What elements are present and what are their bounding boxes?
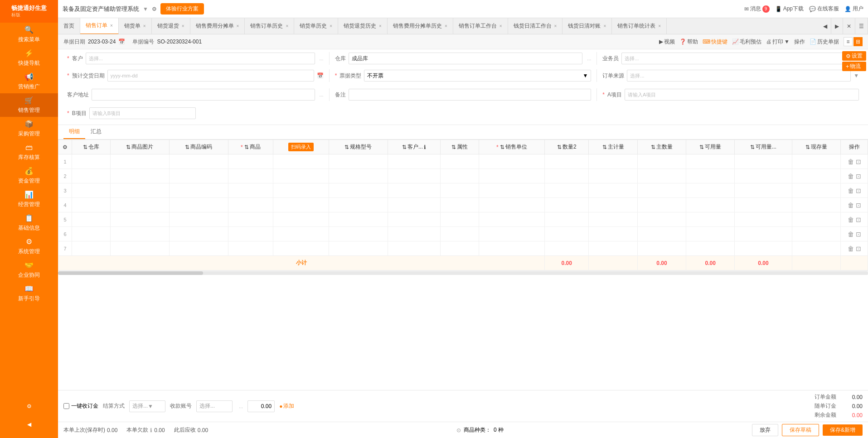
history-btn[interactable]: 📄 历史单据 <box>810 38 839 46</box>
tab-11[interactable]: 钱货日清对账× <box>563 18 612 34</box>
address-more-btn[interactable]: ... <box>320 92 324 97</box>
row-cell-2-8[interactable] <box>441 169 479 183</box>
amount-input[interactable] <box>247 400 275 412</box>
row-cell-2-14[interactable] <box>735 169 792 183</box>
tab-10[interactable]: 钱货日清工作台× <box>508 18 563 34</box>
layout-list-btn[interactable]: ≡ <box>844 37 853 46</box>
row-cell-1-9[interactable] <box>479 154 545 169</box>
th-main-qty[interactable]: ⇅ 主数量 <box>637 140 686 154</box>
sidebar-item-search[interactable]: 🔍搜索菜单 <box>0 23 58 46</box>
row-delete-3[interactable]: 🗑 <box>848 187 854 194</box>
layout-grid-btn[interactable]: ⊞ <box>853 37 863 46</box>
row-cell-4-5[interactable] <box>273 198 329 212</box>
row-delete-1[interactable]: 🗑 <box>848 158 854 165</box>
b-project-input[interactable]: 请输入B项目 <box>89 107 196 119</box>
row-cell-2-12[interactable] <box>637 169 686 183</box>
row-cell-2-3[interactable] <box>169 169 228 183</box>
row-copy-4[interactable]: ⊡ <box>856 202 861 209</box>
th-current-stock[interactable]: ⇅ 现存量 <box>792 140 840 154</box>
order-source-input[interactable]: 选择... <box>627 70 851 82</box>
row-cell-5-15[interactable] <box>792 212 840 227</box>
row-cell-3-14[interactable] <box>735 183 792 198</box>
row-cell-4-7[interactable] <box>388 198 441 212</box>
row-cell-1-11[interactable] <box>589 154 637 169</box>
row-cell-6-1[interactable] <box>72 227 111 241</box>
tab-close-6[interactable]: × <box>330 24 332 29</box>
profit-btn[interactable]: 📈 毛利预估 <box>732 38 761 46</box>
tab-close-5[interactable]: × <box>286 24 288 29</box>
th-available[interactable]: ⇅ 可用量 <box>686 140 735 154</box>
row-cell-1-3[interactable] <box>169 154 228 169</box>
delivery-calendar-icon[interactable]: 📅 <box>317 72 324 79</box>
row-cell-7-1[interactable] <box>72 241 111 256</box>
preview-btn[interactable]: ▶ 视频 <box>659 38 675 46</box>
row-cell-7-14[interactable] <box>735 241 792 256</box>
row-delete-4[interactable]: 🗑 <box>848 202 854 209</box>
user-btn[interactable]: 👤 用户 <box>844 5 863 13</box>
row-cell-4-12[interactable] <box>637 198 686 212</box>
product-kinds-icon[interactable]: ⊙ <box>456 427 461 433</box>
row-cell-5-9[interactable] <box>479 212 545 227</box>
tab-close-12[interactable]: × <box>658 24 661 29</box>
warehouse-input[interactable]: 成品库 <box>349 53 583 64</box>
row-delete-2[interactable]: 🗑 <box>848 173 854 180</box>
sidebar-collapse[interactable]: ◀ <box>0 415 58 433</box>
th-unit[interactable]: ⇅ 销售单位 <box>479 140 545 154</box>
row-cell-3-8[interactable] <box>441 183 479 198</box>
row-cell-3-6[interactable] <box>329 183 388 198</box>
tab-4[interactable]: 销售费用分摊单× <box>190 18 245 34</box>
row-cell-5-13[interactable] <box>686 212 735 227</box>
table-container[interactable]: ⚙ ⇅ 仓库 ⇅ 商品图片 ⇅ 商品编码 ⇅ 商品 扫码录入 ⇅ 规格型号 ⇅ … <box>58 140 868 390</box>
row-cell-4-9[interactable] <box>479 198 545 212</box>
row-cell-5-2[interactable] <box>110 212 169 227</box>
tab-close-4[interactable]: × <box>237 24 239 29</box>
th-product[interactable]: ⇅ 商品 <box>228 140 273 154</box>
logistics-panel-btn[interactable]: + 物流 <box>842 62 866 71</box>
sidebar-item-inventory[interactable]: 🗃库存核算 <box>0 140 58 164</box>
address-input[interactable] <box>92 89 315 101</box>
shortcut-btn[interactable]: ⌨ 快捷键 <box>703 38 727 46</box>
row-cell-3-9[interactable] <box>479 183 545 198</box>
row-copy-2[interactable]: ⊡ <box>856 173 861 180</box>
row-delete-7[interactable]: 🗑 <box>848 245 854 252</box>
tab-3[interactable]: 销货退货× <box>152 18 190 34</box>
row-cell-1-13[interactable] <box>686 154 735 169</box>
tab-close-10[interactable]: × <box>554 24 557 29</box>
row-cell-3-12[interactable] <box>637 183 686 198</box>
row-cell-4-8[interactable] <box>441 198 479 212</box>
table-scrollbar[interactable] <box>58 270 868 275</box>
tab-summary[interactable]: 汇总 <box>85 125 107 139</box>
sidebar-item-operations[interactable]: 📊经营管理 <box>0 188 58 211</box>
note-input[interactable] <box>349 89 592 101</box>
row-cell-7-9[interactable] <box>479 241 545 256</box>
row-cell-6-3[interactable] <box>169 227 228 241</box>
row-cell-6-2[interactable] <box>110 227 169 241</box>
row-cell-3-2[interactable] <box>110 183 169 198</box>
calendar-icon[interactable]: 📅 <box>118 39 125 45</box>
row-cell-4-3[interactable] <box>169 198 228 212</box>
customer-more-btn[interactable]: ... <box>320 56 324 61</box>
row-cell-6-15[interactable] <box>792 227 840 241</box>
row-cell-1-8[interactable] <box>441 154 479 169</box>
row-copy-7[interactable]: ⊡ <box>856 245 861 252</box>
row-cell-7-7[interactable] <box>388 241 441 256</box>
row-cell-4-10[interactable] <box>545 198 589 212</box>
row-cell-6-7[interactable] <box>388 227 441 241</box>
payment-method-select[interactable]: 选择... ▼ <box>129 400 165 412</box>
row-cell-3-1[interactable] <box>72 183 111 198</box>
row-delete-5[interactable]: 🗑 <box>848 216 854 223</box>
invoice-select[interactable]: 不开票 ▼ <box>364 70 591 82</box>
row-cell-1-2[interactable] <box>110 154 169 169</box>
th-customer-code[interactable]: ⇅ 客户... ℹ <box>388 140 441 154</box>
row-cell-5-8[interactable] <box>441 212 479 227</box>
row-copy-5[interactable]: ⊡ <box>856 216 861 223</box>
tab-menu-btn[interactable]: ☰ <box>855 18 868 34</box>
th-qty2[interactable]: ⇅ 数量2 <box>545 140 589 154</box>
row-cell-1-6[interactable] <box>329 154 388 169</box>
row-cell-2-11[interactable] <box>589 169 637 183</box>
row-cell-1-14[interactable] <box>735 154 792 169</box>
staff-input[interactable]: 选择... <box>621 53 850 64</box>
row-copy-3[interactable]: ⊡ <box>856 187 861 194</box>
row-cell-6-8[interactable] <box>441 227 479 241</box>
tab-9[interactable]: 销售订单工作台× <box>453 18 508 34</box>
